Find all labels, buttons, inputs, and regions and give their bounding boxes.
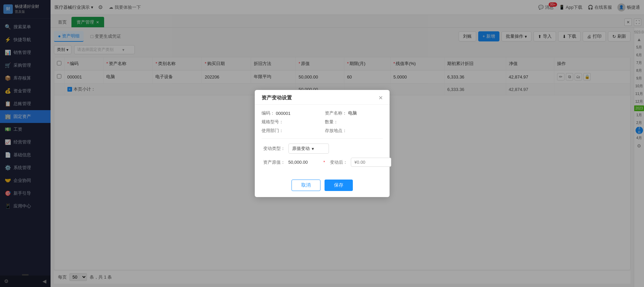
modal-header: 资产变动设置 ✕ [255,90,390,105]
modal-name-item: 资产名称： 电脑 [325,110,383,116]
modal-original-value-label: 资产原值： [262,159,285,165]
modal-code-label: 编码： [262,110,275,116]
modal-change-type-select[interactable]: 原值变动 ▾ [288,144,329,154]
modal-change-type-label: 变动类型： [262,146,285,152]
modal-spec-label: 规格型号： [262,119,283,125]
modal-quantity-item: 数量： [325,119,383,125]
modal-info-grid: 编码： 000001 资产名称： 电脑 规格型号： 数量： 使用部门： [262,110,383,134]
modal-spec-item: 规格型号： [262,119,319,125]
modal-cancel-btn[interactable]: 取消 [292,180,320,191]
modal-location-item: 存放地点： [325,128,383,134]
modal-department-item: 使用部门： [262,128,319,134]
modal-after-label: 变动后： [330,159,347,165]
modal-department-label: 使用部门： [262,128,283,134]
modal-name-label: 资产名称： [325,110,347,116]
modal-change-type-row: 变动类型： 原值变动 ▾ [262,144,383,154]
modal-location-label: 存放地点： [325,128,347,134]
modal-original-value: 50,000.00 [288,160,319,165]
modal-footer: 取消 保存 [255,176,390,197]
modal-title: 资产变动设置 [262,95,292,101]
modal-close-btn[interactable]: ✕ [378,95,383,101]
modal-code-value: 000001 [276,111,290,116]
modal-after-value-input[interactable] [351,158,391,167]
modal-quantity-label: 数量： [325,119,338,125]
modal-name-value: 电脑 [348,110,357,116]
modal-code-item: 编码： 000001 [262,110,319,116]
modal-divider [262,138,383,139]
modal-required-star: * [324,160,325,165]
asset-change-modal: 资产变动设置 ✕ 编码： 000001 资产名称： 电脑 规格型号： 数量： [255,90,390,197]
modal-save-btn[interactable]: 保存 [325,180,353,191]
modal-value-row: 资产原值： 50,000.00 * 变动后： [262,158,383,167]
modal-select-dropdown-icon: ▾ [312,146,314,151]
modal-overlay: 资产变动设置 ✕ 编码： 000001 资产名称： 电脑 规格型号： 数量： [0,0,644,287]
modal-change-type-value: 原值变动 [292,146,310,152]
modal-body: 编码： 000001 资产名称： 电脑 规格型号： 数量： 使用部门： [255,105,390,176]
